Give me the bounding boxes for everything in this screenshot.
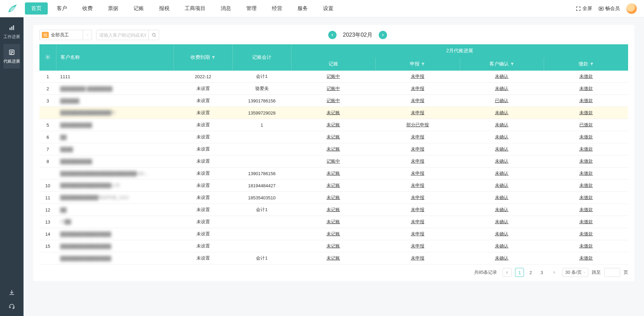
next-month-button[interactable]	[379, 31, 387, 39]
vip-button[interactable]: 畅会员	[598, 6, 620, 12]
declare-cell[interactable]: 未申报	[376, 155, 460, 168]
nav-item-0[interactable]: 首页	[25, 2, 48, 15]
record-cell[interactable]: 未记账	[291, 180, 376, 192]
customer-name-cell[interactable]: 代██	[56, 216, 174, 228]
record-cell[interactable]: 记账中	[291, 95, 376, 107]
payment-cell[interactable]: 未缴款	[544, 180, 628, 192]
confirm-cell[interactable]: 未确认	[460, 107, 544, 119]
confirm-cell[interactable]: 未确认	[460, 252, 544, 264]
payment-cell[interactable]: 未缴款	[544, 155, 628, 168]
customer-name-cell[interactable]: ██	[56, 131, 174, 143]
customer-name-cell[interactable]: ████████████████	[56, 252, 174, 264]
page-button-2[interactable]: 2	[526, 268, 535, 277]
employee-select[interactable]: 组 全部员工	[39, 30, 92, 40]
next-page-button[interactable]	[550, 268, 559, 277]
record-cell[interactable]: 未记账	[291, 107, 376, 119]
declare-cell[interactable]: 未申报	[376, 107, 460, 119]
confirm-cell[interactable]: 未确认	[460, 192, 544, 204]
sidebar-item-0[interactable]: 工作进展	[3, 19, 20, 44]
jump-input[interactable]	[604, 268, 620, 277]
nav-item-4[interactable]: 记账	[127, 2, 150, 15]
nav-item-1[interactable]: 客户	[50, 2, 73, 15]
table-row[interactable]: 2████████ ████████未设置骆爱美记账中未申报未确认未缴款	[39, 83, 628, 95]
th-due[interactable]: 收费到期	[174, 44, 232, 71]
record-cell[interactable]: 未记账	[291, 240, 376, 252]
record-cell[interactable]: 未记账	[291, 204, 376, 216]
headset-icon[interactable]	[8, 302, 16, 310]
confirm-cell[interactable]: 未确认	[460, 119, 544, 131]
nav-item-10[interactable]: 服务	[291, 2, 314, 15]
confirm-cell[interactable]: 未确认	[460, 83, 544, 95]
table-row[interactable]: ████████████████未设置会计1未记账未申报未确认未缴款	[39, 252, 628, 264]
nav-item-9[interactable]: 经营	[266, 2, 288, 15]
record-cell[interactable]: 记账中	[291, 71, 376, 83]
customer-name-cell[interactable]: 1111	[56, 71, 174, 83]
confirm-cell[interactable]: 未确认	[460, 143, 544, 155]
record-cell[interactable]: 记账中	[291, 155, 376, 168]
table-row[interactable]: 11████████████培训学校_2022未设置18535403510未记账…	[39, 192, 628, 204]
page-button-1[interactable]: 1	[515, 268, 524, 277]
confirm-cell[interactable]: 未确认	[460, 240, 544, 252]
record-cell[interactable]: 记账中	[291, 83, 376, 95]
confirm-cell[interactable]: 未确认	[460, 180, 544, 192]
confirm-cell[interactable]: 未确认	[460, 228, 544, 240]
declare-cell[interactable]: 未申报	[376, 71, 460, 83]
record-cell[interactable]: 未记账	[291, 192, 376, 204]
th-declare[interactable]: 申报	[376, 57, 460, 71]
declare-cell[interactable]: 未申报	[376, 95, 460, 107]
declare-cell[interactable]: 未申报	[376, 180, 460, 192]
declare-cell[interactable]: 未申报	[376, 240, 460, 252]
table-row[interactable]: 14████████████████未设置未记账未申报未确认未缴款	[39, 228, 628, 240]
declare-cell[interactable]: 未申报	[376, 168, 460, 180]
sidebar-item-1[interactable]: 代账进展	[3, 44, 20, 69]
table-row[interactable]: 13代██未设置未记账未申报未确认未缴款	[39, 216, 628, 228]
customer-name-cell[interactable]: ████████████████	[56, 228, 174, 240]
customer-name-cell[interactable]: ████████████████████████085...	[56, 168, 174, 180]
declare-cell[interactable]: 未申报	[376, 228, 460, 240]
customer-name-cell[interactable]: ████████████████	[56, 240, 174, 252]
payment-cell[interactable]: 未缴款	[544, 192, 628, 204]
table-row[interactable]: 8██████████未设置记账中未申报未确认未缴款	[39, 155, 628, 168]
table-row[interactable]: 5██████████未设置1未记账部分已申报未确认已缴款	[39, 119, 628, 131]
download-icon[interactable]	[8, 288, 16, 297]
payment-cell[interactable]: 已缴款	[544, 119, 628, 131]
declare-cell[interactable]: 未申报	[376, 83, 460, 95]
declare-cell[interactable]: 部分已申报	[376, 119, 460, 131]
table-row[interactable]: ████████████████司未设置13599729028未记账未申报未确认…	[39, 107, 628, 119]
confirm-cell[interactable]: 未确认	[460, 204, 544, 216]
table-row[interactable]: 10████████████████公司未设置18194484427未记账未申报…	[39, 180, 628, 192]
page-button-3[interactable]: 3	[537, 268, 546, 277]
record-cell[interactable]: 未记账	[291, 168, 376, 180]
record-cell[interactable]: 未记账	[291, 143, 376, 155]
table-row[interactable]: 3██████未设置13901786156记账中未申报已确认未缴款	[39, 95, 628, 107]
payment-cell[interactable]: 未缴款	[544, 83, 628, 95]
nav-item-2[interactable]: 收费	[76, 2, 99, 15]
nav-item-3[interactable]: 票据	[102, 2, 125, 15]
payment-cell[interactable]: 未缴款	[544, 216, 628, 228]
prev-page-button[interactable]	[503, 268, 512, 277]
declare-cell[interactable]: 未申报	[376, 131, 460, 143]
payment-cell[interactable]: 未缴款	[544, 252, 628, 264]
table-row[interactable]: 7████未设置未记账未申报未确认未缴款	[39, 143, 628, 155]
confirm-cell[interactable]: 已确认	[460, 95, 544, 107]
confirm-cell[interactable]: 未确认	[460, 131, 544, 143]
customer-name-cell[interactable]: ████████████████司	[56, 107, 174, 119]
prev-month-button[interactable]	[328, 31, 337, 39]
customer-name-cell[interactable]: ██	[56, 204, 174, 216]
payment-cell[interactable]: 未缴款	[544, 204, 628, 216]
table-row[interactable]: 111112022-12会计1记账中未申报未确认未缴款	[39, 71, 628, 83]
declare-cell[interactable]: 未申报	[376, 204, 460, 216]
payment-cell[interactable]: 未缴款	[544, 228, 628, 240]
declare-cell[interactable]: 未申报	[376, 216, 460, 228]
customer-name-cell[interactable]: ████████████████公司	[56, 180, 174, 192]
declare-cell[interactable]: 未申报	[376, 143, 460, 155]
declare-cell[interactable]: 未申报	[376, 192, 460, 204]
table-row[interactable]: 15████████████████未设置未记账未申报未确认未缴款	[39, 240, 628, 252]
record-cell[interactable]: 未记账	[291, 119, 376, 131]
avatar[interactable]	[626, 3, 637, 14]
payment-cell[interactable]: 未缴款	[544, 168, 628, 180]
payment-cell[interactable]: 未缴款	[544, 143, 628, 155]
nav-item-7[interactable]: 消息	[214, 2, 237, 15]
payment-cell[interactable]: 未缴款	[544, 95, 628, 107]
search-button[interactable]	[148, 30, 159, 40]
